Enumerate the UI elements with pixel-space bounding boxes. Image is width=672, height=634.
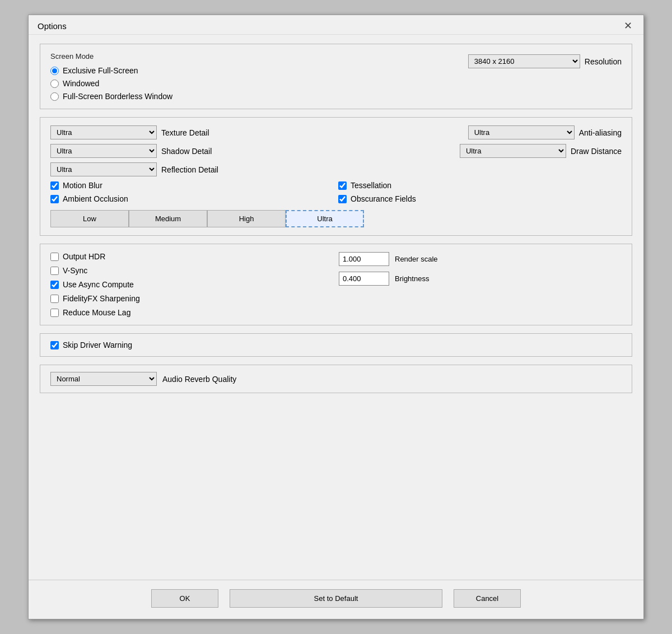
- resolution-label: Resolution: [585, 57, 622, 66]
- screen-mode-label: Screen Mode: [50, 52, 172, 60]
- ambient-occlusion-checkbox[interactable]: [50, 195, 59, 203]
- obscurance-fields-row: Obscurance Fields: [338, 194, 622, 203]
- advanced-section: Output HDR V-Sync Use Async Compute Fide…: [40, 244, 632, 325]
- set-to-default-button[interactable]: Set to Default: [230, 589, 442, 608]
- texture-select[interactable]: UltraHighMediumLow: [50, 125, 157, 139]
- shadow-label: Shadow Detail: [161, 147, 212, 156]
- preset-medium-button[interactable]: Medium: [129, 210, 207, 227]
- preset-high-button[interactable]: High: [207, 210, 286, 227]
- brightness-row: Brightness: [339, 272, 622, 286]
- screen-mode-section: Screen Mode Exclusive Full-Screen Window…: [40, 44, 632, 109]
- brightness-input[interactable]: [339, 272, 389, 286]
- dialog-title: Options: [38, 21, 67, 31]
- advanced-right: Render scale Brightness: [339, 252, 622, 317]
- screen-mode-radio-group: Exclusive Full-Screen Windowed Full-Scre…: [50, 66, 172, 101]
- output-hdr-checkbox[interactable]: [50, 253, 59, 261]
- reduce-mouse-lag-checkbox[interactable]: [50, 309, 59, 317]
- preset-buttons: Low Medium High Ultra: [50, 210, 622, 227]
- obscurance-fields-checkbox[interactable]: [338, 195, 347, 203]
- anti-aliasing-label: Anti-aliasing: [579, 128, 622, 137]
- async-compute-checkbox[interactable]: [50, 281, 59, 289]
- reduce-mouse-lag-label[interactable]: Reduce Mouse Lag: [63, 308, 130, 317]
- motion-blur-label[interactable]: Motion Blur: [63, 181, 102, 190]
- render-scale-input[interactable]: [339, 252, 389, 266]
- skip-driver-row: Skip Driver Warning: [50, 341, 622, 349]
- vsync-row: V-Sync: [50, 266, 333, 275]
- options-dialog: Options ✕ Screen Mode Exclusive Full-Scr…: [28, 15, 644, 619]
- audio-row: Normal Low Medium High Audio Reverb Qual…: [50, 372, 622, 386]
- radio-exclusive-input[interactable]: [50, 67, 59, 75]
- obscurance-fields-label[interactable]: Obscurance Fields: [351, 194, 416, 203]
- reduce-mouse-lag-row: Reduce Mouse Lag: [50, 308, 333, 317]
- render-scale-label: Render scale: [395, 255, 438, 263]
- tessellation-label[interactable]: Tessellation: [351, 181, 391, 190]
- screen-mode-left: Screen Mode Exclusive Full-Screen Window…: [50, 52, 172, 101]
- draw-distance-label: Draw Distance: [571, 147, 622, 156]
- radio-windowed-label[interactable]: Windowed: [63, 79, 99, 88]
- advanced-left: Output HDR V-Sync Use Async Compute Fide…: [50, 252, 333, 317]
- reflection-label: Reflection Detail: [161, 165, 218, 174]
- screen-mode-header: Screen Mode Exclusive Full-Screen Window…: [50, 52, 622, 101]
- graphics-checkboxes: Motion Blur Tessellation Ambient Occlusi…: [50, 181, 622, 203]
- advanced-grid: Output HDR V-Sync Use Async Compute Fide…: [50, 252, 622, 317]
- skip-driver-label[interactable]: Skip Driver Warning: [63, 341, 132, 349]
- vsync-checkbox[interactable]: [50, 267, 59, 275]
- radio-exclusive-label[interactable]: Exclusive Full-Screen: [63, 66, 138, 75]
- radio-windowed-input[interactable]: [50, 80, 59, 88]
- radio-borderless-input[interactable]: [50, 92, 59, 101]
- audio-section: Normal Low Medium High Audio Reverb Qual…: [40, 365, 632, 393]
- texture-label: Texture Detail: [161, 128, 209, 137]
- driver-section: Skip Driver Warning: [40, 333, 632, 357]
- title-bar: Options ✕: [29, 15, 643, 35]
- dialog-footer: OK Set to Default Cancel: [29, 580, 643, 619]
- motion-blur-checkbox[interactable]: [50, 181, 59, 190]
- radio-windowed: Windowed: [50, 79, 172, 88]
- reflection-row: UltraHighMediumLow Reflection Detail: [50, 162, 622, 176]
- skip-driver-checkbox[interactable]: [50, 341, 59, 349]
- audio-reverb-select[interactable]: Normal Low Medium High: [50, 372, 157, 386]
- radio-borderless-label[interactable]: Full-Screen Borderless Window: [63, 92, 172, 101]
- vsync-label[interactable]: V-Sync: [63, 266, 87, 275]
- preset-ultra-button[interactable]: Ultra: [286, 210, 364, 227]
- output-hdr-row: Output HDR: [50, 252, 333, 261]
- ambient-occlusion-label[interactable]: Ambient Occlusion: [63, 194, 128, 203]
- tessellation-row: Tessellation: [338, 181, 622, 190]
- fidelityfx-checkbox[interactable]: [50, 295, 59, 303]
- output-hdr-label[interactable]: Output HDR: [63, 252, 105, 261]
- anti-aliasing-select[interactable]: UltraHighMediumLow: [468, 125, 575, 139]
- shadow-row: UltraHighMediumLow Shadow Detail UltraHi…: [50, 144, 622, 158]
- resolution-area: 3840 x 2160 2560 x 1440 1920 x 1080 1280…: [468, 54, 622, 68]
- preset-low-button[interactable]: Low: [50, 210, 129, 227]
- dialog-body: Screen Mode Exclusive Full-Screen Window…: [29, 35, 643, 580]
- radio-exclusive: Exclusive Full-Screen: [50, 66, 172, 75]
- draw-distance-select[interactable]: UltraHighMediumLow: [460, 144, 566, 158]
- motion-blur-row: Motion Blur: [50, 181, 334, 190]
- ok-button[interactable]: OK: [151, 589, 218, 608]
- fidelityfx-label[interactable]: FidelityFX Sharpening: [63, 294, 140, 303]
- async-compute-label[interactable]: Use Async Compute: [63, 280, 134, 289]
- radio-borderless: Full-Screen Borderless Window: [50, 92, 172, 101]
- async-compute-row: Use Async Compute: [50, 280, 333, 289]
- cancel-button[interactable]: Cancel: [454, 589, 521, 608]
- reflection-select[interactable]: UltraHighMediumLow: [50, 162, 157, 176]
- resolution-select[interactable]: 3840 x 2160 2560 x 1440 1920 x 1080 1280…: [468, 54, 580, 68]
- render-scale-row: Render scale: [339, 252, 622, 266]
- audio-reverb-label: Audio Reverb Quality: [162, 375, 236, 384]
- brightness-label: Brightness: [395, 274, 429, 283]
- tessellation-checkbox[interactable]: [338, 181, 347, 190]
- graphics-section: UltraHighMediumLow Texture Detail UltraH…: [40, 117, 632, 236]
- shadow-select[interactable]: UltraHighMediumLow: [50, 144, 157, 158]
- texture-row: UltraHighMediumLow Texture Detail UltraH…: [50, 125, 622, 139]
- ambient-occlusion-row: Ambient Occlusion: [50, 194, 334, 203]
- close-button[interactable]: ✕: [622, 21, 634, 31]
- fidelityfx-row: FidelityFX Sharpening: [50, 294, 333, 303]
